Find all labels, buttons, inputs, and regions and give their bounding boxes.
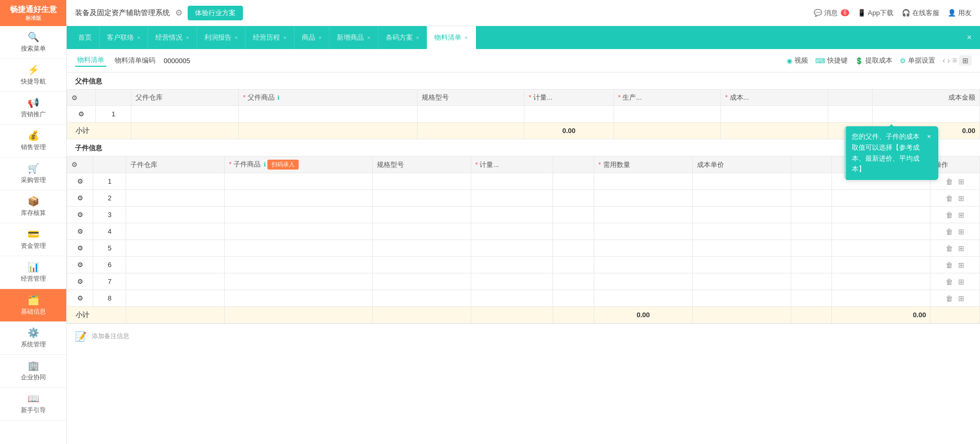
parent-warehouse-cell[interactable]: [131, 106, 239, 123]
sidebar-item-guide[interactable]: 📖 新手引导: [0, 388, 66, 421]
child-warehouse-cell[interactable]: [126, 240, 225, 257]
next-button[interactable]: ›: [947, 56, 950, 65]
child-required-qty-cell[interactable]: [594, 223, 692, 240]
child-qty-cell[interactable]: [471, 257, 553, 273]
child-warehouse-cell[interactable]: [126, 273, 225, 290]
th-parent-settings[interactable]: ⚙: [67, 90, 96, 106]
row-settings[interactable]: ⚙: [67, 290, 93, 307]
copy-icon[interactable]: ⊞: [958, 227, 964, 236]
child-spec-cell[interactable]: [372, 223, 471, 240]
delete-icon[interactable]: 🗑: [946, 177, 953, 186]
tab-new-goods[interactable]: 新增商品 ×: [329, 26, 378, 49]
child-cost-amount-cell[interactable]: [832, 190, 930, 207]
copy-icon[interactable]: ⊞: [958, 194, 964, 202]
sub-tab-bom-list[interactable]: 物料清单: [75, 54, 106, 67]
sidebar-item-finance[interactable]: 💳 资金管理: [0, 223, 66, 256]
list-view-button[interactable]: ≡: [952, 56, 957, 65]
child-warehouse-cell[interactable]: [126, 173, 225, 190]
tab-operations-history-close[interactable]: ×: [283, 34, 286, 41]
child-goods-cell[interactable]: [225, 273, 372, 290]
parent-goods-cell[interactable]: [238, 106, 417, 123]
child-qty-cell[interactable]: [471, 223, 553, 240]
row-settings[interactable]: ⚙: [67, 240, 93, 257]
tab-customer-close[interactable]: ×: [137, 34, 140, 41]
app-download-button[interactable]: 📱 App下载: [858, 8, 893, 18]
copy-icon[interactable]: ⊞: [958, 278, 964, 286]
sidebar-item-operations[interactable]: 📊 经营管理: [0, 256, 66, 289]
delete-icon[interactable]: 🗑: [946, 244, 953, 253]
tab-new-goods-close[interactable]: ×: [367, 34, 370, 41]
child-goods-cell[interactable]: [225, 240, 372, 257]
note-icon[interactable]: 📝: [75, 331, 87, 342]
parent-qty-cell[interactable]: [524, 106, 614, 123]
child-qty-cell[interactable]: [471, 190, 553, 207]
child-required-qty-cell[interactable]: [594, 240, 692, 257]
expand-button[interactable]: ⊞: [959, 55, 972, 66]
info-icon[interactable]: ℹ: [277, 94, 279, 101]
row-settings[interactable]: ⚙: [67, 190, 93, 207]
shortcut-action[interactable]: ⌨ 快捷键: [815, 56, 848, 65]
settings-icon[interactable]: ⚙: [175, 8, 182, 18]
child-qty-cell[interactable]: [471, 290, 553, 307]
child-goods-cell[interactable]: [225, 257, 372, 273]
child-required-qty-cell[interactable]: [594, 207, 692, 223]
sidebar-item-system[interactable]: ⚙️ 系统管理: [0, 322, 66, 355]
child-required-qty-cell[interactable]: [594, 273, 692, 290]
child-required-qty-cell[interactable]: [594, 257, 692, 273]
child-qty-cell[interactable]: [471, 240, 553, 257]
child-cost-unit-cell[interactable]: [692, 240, 791, 257]
tooltip-close-button[interactable]: ×: [927, 131, 931, 142]
sidebar-item-sales[interactable]: 💰 销售管理: [0, 125, 66, 158]
child-spec-cell[interactable]: [372, 290, 471, 307]
sidebar-item-enterprise[interactable]: 🏢 企业协同: [0, 355, 66, 388]
row-settings[interactable]: ⚙: [67, 257, 93, 273]
extract-cost-action[interactable]: 💲 提取成本: [855, 56, 892, 65]
tab-bom-close[interactable]: ×: [464, 34, 468, 41]
experience-button[interactable]: 体验行业方案: [188, 6, 243, 20]
child-cost-unit-cell[interactable]: [692, 190, 791, 207]
tab-profit-report[interactable]: 利润报告 ×: [197, 26, 246, 49]
online-service-button[interactable]: 🎧 在线客服: [902, 8, 939, 18]
delete-icon[interactable]: 🗑: [946, 278, 953, 286]
delete-icon[interactable]: 🗑: [946, 211, 953, 219]
tab-profit-report-close[interactable]: ×: [235, 34, 238, 41]
child-cost-unit-cell[interactable]: [692, 273, 791, 290]
sidebar-item-inventory[interactable]: 📦 库存核算: [0, 190, 66, 223]
child-goods-cell[interactable]: [225, 173, 372, 190]
child-required-qty-cell[interactable]: [594, 173, 692, 190]
parent-cost-amount-cell[interactable]: [873, 106, 980, 123]
single-settings-action[interactable]: ⚙ 单据设置: [900, 56, 935, 65]
parent-produce-cell[interactable]: [614, 106, 721, 123]
child-spec-cell[interactable]: [372, 273, 471, 290]
tab-operations-status[interactable]: 经营情况 ×: [148, 26, 197, 49]
tab-barcode[interactable]: 条码方案 ×: [378, 26, 427, 49]
sub-tab-bom-code-label[interactable]: 物料清单编码: [113, 55, 157, 66]
child-warehouse-cell[interactable]: [126, 223, 225, 240]
child-spec-cell[interactable]: [372, 207, 471, 223]
child-cost-unit-cell[interactable]: [692, 223, 791, 240]
child-required-qty-cell[interactable]: [594, 290, 692, 307]
child-cost-unit-cell[interactable]: [692, 290, 791, 307]
child-qty-cell[interactable]: [471, 207, 553, 223]
child-goods-cell[interactable]: [225, 190, 372, 207]
tab-operations-history[interactable]: 经营历程 ×: [246, 26, 294, 49]
child-goods-cell[interactable]: [225, 290, 372, 307]
row-settings[interactable]: ⚙: [67, 173, 93, 190]
child-qty-cell[interactable]: [471, 173, 553, 190]
child-warehouse-cell[interactable]: [126, 257, 225, 273]
prev-button[interactable]: ‹: [942, 56, 945, 65]
row-settings[interactable]: ⚙: [67, 273, 93, 290]
tab-goods[interactable]: 商品 ×: [295, 26, 329, 49]
message-button[interactable]: 💬 消息 6: [814, 8, 849, 18]
child-warehouse-cell[interactable]: [126, 290, 225, 307]
sidebar-item-quick-nav[interactable]: ⚡ 快捷导航: [0, 59, 66, 92]
child-goods-cell[interactable]: [225, 223, 372, 240]
copy-icon[interactable]: ⊞: [958, 211, 964, 219]
delete-icon[interactable]: 🗑: [946, 227, 953, 236]
child-cost-amount-cell[interactable]: [832, 290, 930, 307]
scan-input-button[interactable]: 扫码录入: [267, 160, 299, 170]
child-required-qty-cell[interactable]: [594, 190, 692, 207]
row-settings[interactable]: ⚙: [67, 207, 93, 223]
child-cost-unit-cell[interactable]: [692, 207, 791, 223]
sidebar-item-marketing[interactable]: 📢 营销推广: [0, 92, 66, 125]
